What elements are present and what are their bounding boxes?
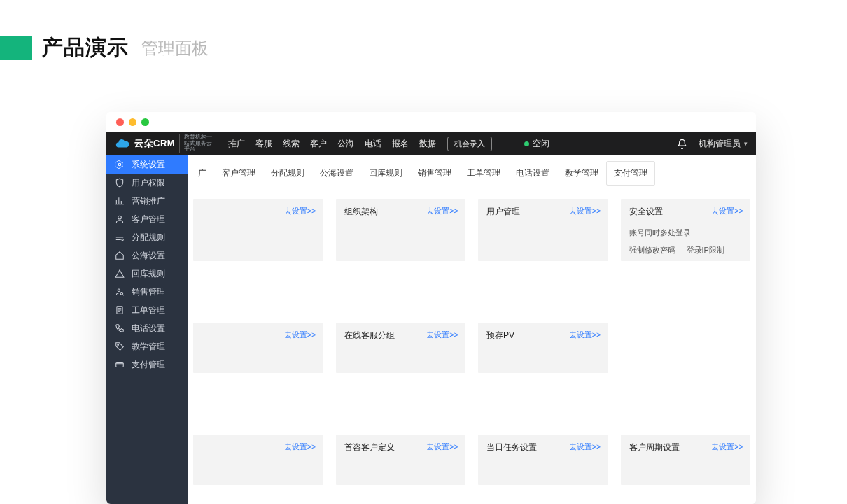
- sidebar-item-label: 系统设置: [132, 159, 165, 171]
- rule-icon: [115, 232, 125, 242]
- go-settings-link[interactable]: 去设置>>: [284, 442, 316, 452]
- tab-6[interactable]: 工单管理: [459, 161, 508, 186]
- user-menu[interactable]: 机构管理员 ▾: [699, 138, 748, 150]
- card-0-2: 用户管理去设置>>: [478, 199, 608, 261]
- sidebar-item-label: 客户管理: [132, 214, 165, 225]
- svg-point-0: [118, 163, 121, 166]
- card-grid-3: 去设置>>首咨客户定义去设置>>当日任务设置去设置>>客户周期设置去设置>>: [188, 422, 756, 485]
- card-0-0: 去设置>>: [193, 199, 323, 261]
- chip[interactable]: 登录IP限制: [687, 245, 724, 255]
- tabs: 广客户管理分配规则公海设置回库规则销售管理工单管理电话设置教学管理支付管理: [188, 155, 756, 186]
- sidebar-item-label: 工单管理: [132, 304, 165, 316]
- sidebar-item-label: 电话设置: [132, 323, 165, 335]
- tab-0[interactable]: 广: [190, 161, 214, 186]
- card-2-0: 去设置>>: [193, 435, 323, 485]
- tab-1[interactable]: 客户管理: [214, 161, 263, 186]
- nav-item-data[interactable]: 数据: [419, 138, 436, 150]
- go-settings-link[interactable]: 去设置>>: [426, 330, 458, 340]
- nav-item-leads[interactable]: 线索: [283, 138, 300, 150]
- svg-rect-7: [116, 363, 124, 368]
- go-settings-link[interactable]: 去设置>>: [426, 206, 458, 216]
- go-settings-link[interactable]: 去设置>>: [569, 442, 601, 452]
- heading-sub: 管理面板: [141, 37, 209, 59]
- brand-tagline: 教育机构一站式服务云平台: [179, 134, 214, 153]
- card-2-3: 客户周期设置去设置>>: [621, 435, 751, 485]
- sidebar-item-7[interactable]: 销售管理: [106, 283, 188, 301]
- tab-9[interactable]: 支付管理: [606, 161, 655, 186]
- sidebar-item-11[interactable]: 支付管理: [106, 356, 188, 374]
- tab-5[interactable]: 销售管理: [410, 161, 459, 186]
- tab-7[interactable]: 电话设置: [508, 161, 557, 186]
- card-1-2: 预存PV去设置>>: [478, 323, 608, 373]
- card-0-3: 安全设置去设置>>账号同时多处登录强制修改密码登录IP限制: [621, 199, 751, 261]
- go-settings-link[interactable]: 去设置>>: [711, 442, 743, 452]
- svg-point-6: [118, 344, 119, 346]
- sidebar-item-9[interactable]: 电话设置: [106, 319, 188, 337]
- go-settings-link[interactable]: 去设置>>: [284, 206, 316, 216]
- heading-accent-bar: [0, 36, 32, 60]
- card-2-2: 当日任务设置去设置>>: [478, 435, 608, 485]
- house-icon: [115, 251, 125, 260]
- card-1-1: 在线客服分组去设置>>: [336, 323, 466, 373]
- sidebar-item-6[interactable]: 回库规则: [106, 265, 188, 283]
- heading-main: 产品演示: [42, 34, 129, 62]
- sidebar-item-label: 用户权限: [132, 177, 165, 189]
- go-settings-link[interactable]: 去设置>>: [569, 330, 601, 340]
- chevron-down-icon: ▾: [744, 140, 748, 147]
- sidebar-item-label: 回库规则: [132, 268, 165, 280]
- window-controls: [106, 112, 756, 132]
- phone-icon: [115, 323, 125, 333]
- brand: 云朵CRM 教育机构一站式服务云平台: [115, 134, 214, 153]
- top-nav-items: 推广 客服 线索 客户 公海 电话 报名 数据: [228, 138, 436, 150]
- tab-8[interactable]: 教学管理: [557, 161, 606, 186]
- card-title: 安全设置: [629, 206, 663, 216]
- sidebar-item-2[interactable]: 营销推广: [106, 192, 188, 210]
- brand-name: 云朵CRM: [134, 137, 175, 150]
- sidebar-item-3[interactable]: 客户管理: [106, 210, 188, 228]
- chip[interactable]: 强制修改密码: [629, 245, 676, 255]
- chip[interactable]: 账号同时多处登录: [629, 227, 691, 238]
- go-settings-link[interactable]: 去设置>>: [569, 206, 601, 216]
- tab-3[interactable]: 公海设置: [312, 161, 361, 186]
- doc-icon: [115, 305, 125, 315]
- sidebar-item-10[interactable]: 教学管理: [106, 337, 188, 356]
- main-content: 广客户管理分配规则公海设置回库规则销售管理工单管理电话设置教学管理支付管理 去设…: [106, 155, 756, 504]
- maximize-dot-icon[interactable]: [141, 118, 149, 126]
- page-heading: 产品演示 管理面板: [0, 34, 209, 62]
- nav-item-service[interactable]: 客服: [255, 138, 272, 150]
- tab-4[interactable]: 回库规则: [361, 161, 410, 186]
- tab-2[interactable]: 分配规则: [263, 161, 312, 186]
- status-indicator: 空闲: [524, 138, 550, 150]
- card-title: 当日任务设置: [486, 442, 537, 452]
- go-settings-link[interactable]: 去设置>>: [711, 206, 743, 216]
- go-settings-link[interactable]: 去设置>>: [284, 330, 316, 340]
- sidebar-item-1[interactable]: 用户权限: [106, 174, 188, 192]
- nav-item-customers[interactable]: 客户: [310, 138, 327, 150]
- sidebar-item-label: 支付管理: [132, 359, 165, 371]
- card-title: 在线客服分组: [344, 330, 395, 340]
- minimize-dot-icon[interactable]: [129, 118, 136, 126]
- nav-item-signup[interactable]: 报名: [392, 138, 409, 150]
- sidebar-item-4[interactable]: 分配规则: [106, 228, 188, 246]
- record-opportunity-button[interactable]: 机会录入: [447, 136, 492, 151]
- svg-point-4: [120, 293, 123, 295]
- card-title: 预存PV: [486, 330, 514, 340]
- nav-item-phone[interactable]: 电话: [365, 138, 382, 150]
- sidebar-item-8[interactable]: 工单管理: [106, 301, 188, 319]
- cloud-logo-icon: [115, 136, 130, 151]
- app-window: 云朵CRM 教育机构一站式服务云平台 推广 客服 线索 客户 公海 电话 报名 …: [106, 112, 756, 504]
- bell-icon[interactable]: [677, 139, 687, 149]
- svg-point-2: [122, 239, 123, 240]
- triangle-icon: [115, 269, 125, 279]
- close-dot-icon[interactable]: [116, 118, 124, 126]
- card-grid-1: 去设置>>组织架构去设置>>用户管理去设置>>安全设置去设置>>账号同时多处登录…: [188, 186, 756, 261]
- nav-item-promote[interactable]: 推广: [228, 138, 245, 150]
- nav-item-pool[interactable]: 公海: [337, 138, 354, 150]
- card-title: 首咨客户定义: [344, 442, 395, 452]
- search-person-icon: [115, 287, 125, 297]
- sidebar-item-5[interactable]: 公海设置: [106, 246, 188, 265]
- user-label: 机构管理员: [699, 138, 741, 150]
- go-settings-link[interactable]: 去设置>>: [426, 442, 458, 452]
- sidebar-item-0[interactable]: 系统设置: [106, 155, 188, 174]
- sidebar: 系统设置用户权限营销推广客户管理分配规则公海设置回库规则销售管理工单管理电话设置…: [106, 155, 188, 504]
